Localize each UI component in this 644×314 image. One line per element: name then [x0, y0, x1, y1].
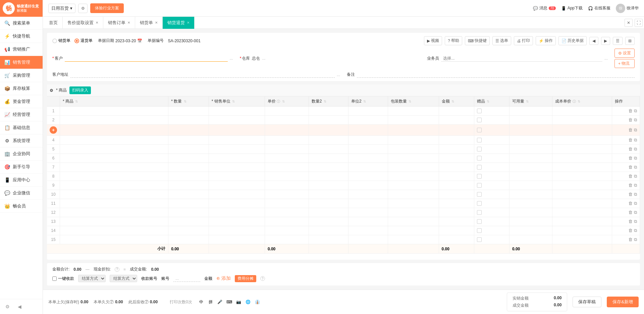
price-cell-12[interactable]: [265, 208, 309, 217]
message-btn[interactable]: 💬 消息 70: [533, 5, 556, 11]
pack-cell-13[interactable]: [388, 217, 439, 226]
tab-price-setting[interactable]: 售价提取设置 ✕: [63, 17, 103, 29]
unit-cell-12[interactable]: [209, 208, 265, 217]
qty-cell-9[interactable]: [168, 181, 209, 190]
gift-cell-5[interactable]: [474, 145, 509, 154]
copy-row-btn-8[interactable]: ⧉: [634, 174, 637, 179]
amount-cell-6[interactable]: [439, 154, 474, 163]
gift-cell-9[interactable]: [474, 181, 509, 190]
qty2-cell-12[interactable]: [309, 208, 348, 217]
sidebar-settings-btn[interactable]: ⚙: [3, 302, 12, 311]
staff-picker[interactable]: ...: [604, 56, 608, 61]
product-input-3[interactable]: [63, 128, 165, 132]
available-cell-3[interactable]: [509, 125, 552, 136]
gift-checkbox-7[interactable]: [477, 165, 482, 170]
tab-sales[interactable]: 销货单 ✕: [135, 17, 163, 29]
pack-cell-12[interactable]: [388, 208, 439, 217]
qty-cell-4[interactable]: [168, 136, 209, 145]
unit-cell-7[interactable]: [209, 163, 265, 172]
sidebar-item-basic[interactable]: 📋 基础信息: [0, 121, 43, 134]
logistics-btn[interactable]: + 物流: [614, 59, 635, 68]
copy-row-btn-1[interactable]: ⧉: [634, 108, 637, 114]
cost-cell-15[interactable]: [552, 235, 612, 244]
qty2-cell-9[interactable]: [309, 181, 348, 190]
cost-cell-7[interactable]: [552, 163, 612, 172]
copy-row-btn-15[interactable]: ⧉: [634, 237, 637, 242]
gift-cell-13[interactable]: [474, 217, 509, 226]
pack-cell-15[interactable]: [388, 235, 439, 244]
delete-row-btn-15[interactable]: 🗑: [628, 237, 633, 242]
unit2-cell-14[interactable]: [348, 226, 388, 235]
price-cell-3[interactable]: [265, 125, 309, 136]
qty-cell-10[interactable]: [168, 190, 209, 199]
gift-checkbox-14[interactable]: [477, 228, 482, 233]
product-input-14[interactable]: [63, 228, 165, 233]
operation-btn[interactable]: ⚡ 操作: [536, 36, 556, 45]
unit-cell-5[interactable]: [209, 145, 265, 154]
sort-qty-icon[interactable]: ⇅: [184, 100, 186, 103]
unit-cell-13[interactable]: [209, 217, 265, 226]
qty-cell-3[interactable]: [168, 125, 209, 136]
copy-row-btn-7[interactable]: ⧉: [634, 165, 637, 170]
tab-home[interactable]: 首页: [44, 17, 63, 29]
unit2-cell-8[interactable]: [348, 172, 388, 181]
radio-sales[interactable]: 销货单: [52, 38, 70, 44]
sort-unit2-icon[interactable]: ⇅: [363, 100, 366, 103]
qty2-cell-3[interactable]: [309, 125, 348, 136]
save-new-button[interactable]: 保存&新增: [607, 297, 639, 307]
sidebar-item-enterprise[interactable]: 🏢 企业协同: [0, 147, 43, 161]
calendar-icon[interactable]: 📅: [137, 39, 142, 43]
list-view-btn[interactable]: ☰: [613, 37, 623, 45]
shortcut-btn[interactable]: ⌨ 快捷键: [465, 36, 490, 45]
price-cell-2[interactable]: [265, 116, 309, 125]
amount-cell-2[interactable]: [439, 116, 474, 125]
amount-cell-3[interactable]: [439, 125, 474, 136]
sort-unit-icon[interactable]: ⇅: [232, 100, 235, 103]
sidebar-item-wechat[interactable]: 💬 企业微信: [0, 187, 43, 200]
sort-price-icon[interactable]: ⇅: [282, 100, 285, 103]
unit-cell-4[interactable]: [209, 136, 265, 145]
gift-checkbox-9[interactable]: [477, 183, 482, 188]
account-dotted[interactable]: ...: [173, 275, 200, 282]
copy-row-btn-3[interactable]: ⧉: [634, 127, 637, 133]
product-input-10[interactable]: [63, 192, 165, 197]
sort-available-icon[interactable]: ⇅: [526, 100, 529, 103]
gift-checkbox-12[interactable]: [477, 210, 482, 215]
customer-picker[interactable]: ...: [230, 56, 233, 61]
price-cell-15[interactable]: [265, 235, 309, 244]
sidebar-item-purchase[interactable]: 🛒 采购管理: [0, 69, 43, 82]
price-cell-8[interactable]: [265, 172, 309, 181]
unit2-cell-15[interactable]: [348, 235, 388, 244]
tab-expand-btn[interactable]: ⛶: [635, 19, 643, 27]
available-cell-2[interactable]: [509, 116, 552, 125]
unit-cell-10[interactable]: [209, 190, 265, 199]
price-cell-11[interactable]: [265, 199, 309, 208]
gift-cell-4[interactable]: [474, 136, 509, 145]
amount-cell-7[interactable]: [439, 163, 474, 172]
unit2-cell-5[interactable]: [348, 145, 388, 154]
qty-cell-6[interactable]: [168, 154, 209, 163]
unit2-cell-2[interactable]: [348, 116, 388, 125]
qty2-cell-5[interactable]: [309, 145, 348, 154]
pack-cell-2[interactable]: [388, 116, 439, 125]
pack-cell-3[interactable]: [388, 125, 439, 136]
unit-cell-6[interactable]: [209, 154, 265, 163]
available-cell-10[interactable]: [509, 190, 552, 199]
delete-row-btn-8[interactable]: 🗑: [628, 174, 633, 179]
gift-cell-1[interactable]: [474, 107, 509, 116]
product-cell-1[interactable]: [60, 107, 168, 116]
gift-cell-7[interactable]: [474, 163, 509, 172]
amount-cell-11[interactable]: [439, 199, 474, 208]
available-cell-4[interactable]: [509, 136, 552, 145]
address-picker[interactable]: ...: [337, 72, 340, 77]
product-cell-13[interactable]: [60, 217, 168, 226]
daily-goods-selector[interactable]: 日用百货 ▾: [48, 4, 75, 13]
pack-cell-4[interactable]: [388, 136, 439, 145]
next-doc-btn[interactable]: ▶: [601, 37, 610, 45]
delete-row-btn-12[interactable]: 🗑: [628, 210, 633, 215]
amount-cell-10[interactable]: [439, 190, 474, 199]
qty-cell-2[interactable]: [168, 116, 209, 125]
product-cell-10[interactable]: [60, 190, 168, 199]
sort-gift-icon[interactable]: ⇅: [487, 100, 489, 103]
fee-split-btn[interactable]: 费用分摊: [235, 275, 256, 282]
